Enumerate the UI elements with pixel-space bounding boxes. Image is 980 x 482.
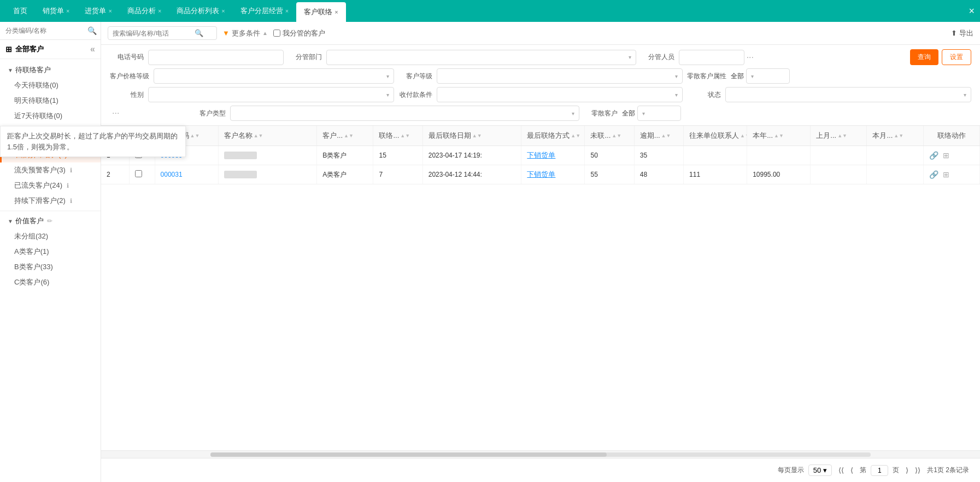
sidebar-item-ungroup[interactable]: 未分组(32) bbox=[0, 229, 101, 244]
sidebar-item-churned[interactable]: 已流失客户(24) ℹ bbox=[0, 178, 101, 193]
chevron-down-icon-rc: ▾ bbox=[642, 111, 645, 117]
cell-lastmonth-1 bbox=[811, 146, 867, 165]
sidebar-search-icon[interactable]: 🔍 bbox=[87, 26, 97, 35]
export-btn[interactable]: ⬆ 导出 bbox=[951, 28, 973, 38]
filter-select-customer-type[interactable]: ▾ bbox=[230, 106, 579, 121]
per-page-select[interactable]: 50 ▾ bbox=[808, 464, 832, 476]
filter-select-price-level[interactable]: ▾ bbox=[154, 68, 394, 84]
sidebar-item-c-class[interactable]: C类客户(6) bbox=[0, 275, 101, 290]
nav-close-customer-contact[interactable]: × bbox=[335, 9, 338, 15]
page-prev-btn[interactable]: ⟨ bbox=[848, 465, 855, 475]
page-next-btn[interactable]: ⟩ bbox=[903, 465, 911, 475]
setting-btn[interactable]: 设置 bbox=[942, 49, 971, 65]
sort-icon-associate[interactable]: ▲▼ bbox=[740, 133, 747, 138]
th-associate: 往来单位联系人 ▲▼ bbox=[684, 126, 747, 146]
close-window-btn[interactable]: × bbox=[969, 5, 975, 17]
sort-icon-type[interactable]: ▲▼ bbox=[344, 133, 354, 138]
th-date: 最后联络日期 ▲▼ bbox=[422, 126, 521, 146]
sidebar-item-7days[interactable]: 近7天待联络(0) bbox=[0, 108, 101, 124]
sort-icon-method[interactable]: ▲▼ bbox=[571, 133, 580, 138]
query-btn[interactable]: 查询 bbox=[910, 49, 938, 65]
nav-close-sales[interactable]: × bbox=[66, 8, 69, 14]
page-number-input[interactable] bbox=[871, 465, 888, 476]
nav-item-sales[interactable]: 销货单 × bbox=[35, 0, 77, 22]
nav-item-customer-contact[interactable]: 客户联络 × bbox=[296, 2, 345, 22]
search-input[interactable] bbox=[113, 30, 195, 37]
method-link-2[interactable]: 下销货单 bbox=[527, 170, 555, 178]
blurred-name-1 bbox=[224, 152, 257, 159]
filter-select-payment[interactable]: ▾ bbox=[437, 87, 683, 102]
more-fields-dots[interactable]: ··· bbox=[110, 108, 121, 118]
filter-label-customer-level: 客户等级 bbox=[398, 72, 437, 81]
filter-label-branch-person: 分管人员 bbox=[641, 53, 679, 62]
nav-close-analysis-list[interactable]: × bbox=[221, 8, 225, 14]
nav-close-analysis[interactable]: × bbox=[158, 8, 161, 14]
sidebar-item-today[interactable]: 今天待联络(0) bbox=[0, 78, 101, 93]
filter-select-branch-dept[interactable]: ▾ bbox=[326, 50, 636, 65]
filter-select-retail-attr[interactable]: ▾ bbox=[746, 68, 790, 84]
action-link-icon-2[interactable]: 🔗 bbox=[929, 170, 938, 179]
my-customer-checkbox[interactable] bbox=[273, 30, 280, 37]
filter-select-customer-level[interactable]: ▾ bbox=[437, 68, 683, 84]
nav-item-analysis[interactable]: 商品分析 × bbox=[120, 0, 169, 22]
sidebar-collapse-btn[interactable]: « bbox=[90, 44, 95, 54]
sidebar-item-tomorrow[interactable]: 明天待联络(1) bbox=[0, 93, 101, 108]
sort-icon-contact[interactable]: ▲▼ bbox=[400, 133, 410, 138]
page-last-btn[interactable]: ⟩⟩ bbox=[913, 465, 923, 475]
cell-name-2 bbox=[218, 165, 317, 184]
branch-person-dots[interactable]: ··· bbox=[744, 53, 756, 62]
nav-item-purchase[interactable]: 进货单 × bbox=[77, 0, 119, 22]
cell-code-2[interactable]: 000031 bbox=[155, 165, 218, 184]
nav-label-analysis: 商品分析 bbox=[127, 6, 156, 16]
filter-select-gender[interactable]: ▾ bbox=[148, 87, 394, 102]
filter-select-branch-person[interactable] bbox=[679, 50, 744, 65]
nav-label-customer-mgmt: 客户分层经营 bbox=[240, 6, 283, 16]
th-overdue-label: 逾期... bbox=[640, 131, 660, 141]
sort-icon-lastmonth[interactable]: ▲▼ bbox=[837, 133, 847, 138]
row-checkbox-2[interactable] bbox=[135, 170, 142, 177]
sort-icon-code[interactable]: ▲▼ bbox=[190, 133, 200, 138]
more-conditions-btn[interactable]: ▼ 更多条件 ▲ bbox=[222, 28, 268, 38]
sort-icon-overdue[interactable]: ▲▼ bbox=[661, 133, 671, 138]
filter-select-retail-customer[interactable]: ▾ bbox=[637, 106, 681, 121]
th-date-label: 最后联络日期 bbox=[429, 131, 471, 141]
export-label: 导出 bbox=[959, 28, 973, 38]
cell-method-2[interactable]: 下销货单 bbox=[521, 165, 585, 184]
nav-close-customer-mgmt[interactable]: × bbox=[285, 8, 289, 14]
nav-item-customer-mgmt[interactable]: 客户分层经营 × bbox=[233, 0, 296, 22]
page-first-btn[interactable]: ⟨⟨ bbox=[836, 465, 846, 475]
filter-label-payment: 收付款条件 bbox=[398, 90, 437, 100]
cell-method-1[interactable]: 下销货单 bbox=[521, 146, 585, 165]
sort-icon-notcontact[interactable]: ▲▼ bbox=[612, 133, 621, 138]
edit-icon-value[interactable]: ✏ bbox=[47, 217, 52, 225]
filter-input-phone[interactable] bbox=[148, 50, 284, 65]
sort-icon-year[interactable]: ▲▼ bbox=[774, 133, 784, 138]
nav-close-purchase[interactable]: × bbox=[108, 8, 112, 14]
sidebar-item-a-class[interactable]: A类客户(1) bbox=[0, 244, 101, 259]
sidebar-group-value[interactable]: ▼ 价值客户 ✏ bbox=[0, 213, 101, 229]
method-link-1[interactable]: 下销货单 bbox=[527, 151, 555, 159]
th-type-label: 客户... bbox=[322, 131, 343, 141]
sidebar-search-input[interactable] bbox=[5, 27, 87, 34]
nav-item-analysis-list[interactable]: 商品分析列表 × bbox=[169, 0, 232, 22]
sidebar-item-b-class[interactable]: B类客户(33) bbox=[0, 259, 101, 275]
action-link-icon-1[interactable]: 🔗 bbox=[929, 151, 938, 160]
action-grid-icon-1[interactable]: ⊞ bbox=[943, 151, 949, 160]
sidebar-group-pending[interactable]: ▼ 待联络客户 bbox=[0, 62, 101, 78]
sidebar-all-customers[interactable]: ⊞ 全部客户 « bbox=[0, 40, 101, 59]
th-overdue: 逾期... ▲▼ bbox=[634, 126, 683, 146]
chevron-down-icon-ctype: ▾ bbox=[572, 111, 574, 117]
horizontal-scrollbar[interactable] bbox=[101, 450, 980, 458]
th-method-label: 最后联络方式 bbox=[527, 131, 570, 141]
nav-item-home[interactable]: 首页 bbox=[5, 0, 35, 22]
filter-select-status[interactable]: ▾ bbox=[725, 87, 971, 102]
sort-icon-date[interactable]: ▲▼ bbox=[472, 133, 482, 138]
adv-filter-row-2: 客户价格等级 ▾ 客户等级 ▾ 零散客户属性 全部 bbox=[110, 68, 971, 84]
content-area: 🔍 ▼ 更多条件 ▲ 我分管的客户 ⬆ 导出 电话号码 bbox=[101, 22, 980, 482]
nav-label-analysis-list: 商品分析列表 bbox=[177, 6, 219, 16]
sort-icon-name[interactable]: ▲▼ bbox=[254, 133, 263, 138]
action-grid-icon-2[interactable]: ⊞ bbox=[943, 170, 949, 179]
sidebar-item-churn-warning[interactable]: 流失预警客户(3) ℹ bbox=[0, 162, 101, 178]
sidebar-item-declining[interactable]: 持续下滑客户(2) ℹ bbox=[0, 193, 101, 208]
sort-icon-thismonth[interactable]: ▲▼ bbox=[894, 133, 903, 138]
